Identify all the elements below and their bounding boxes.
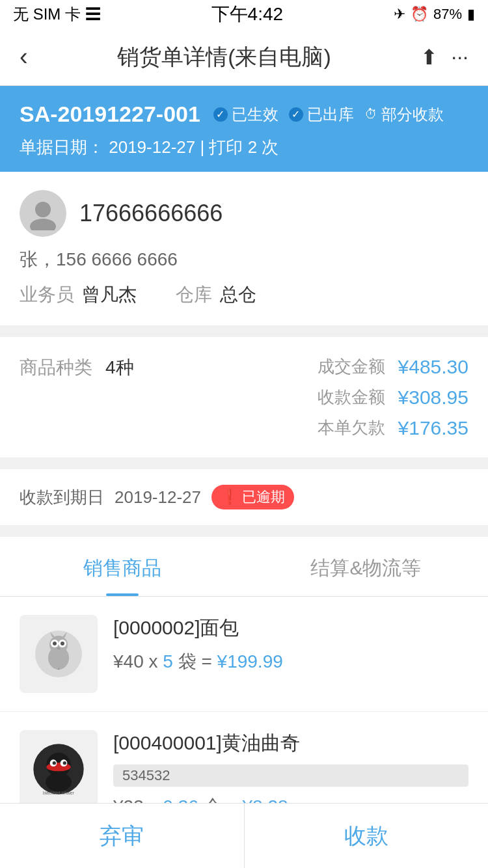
due-section: 收款到期日 2019-12-27 ❗ 已逾期 bbox=[0, 469, 488, 525]
svg-point-18 bbox=[53, 761, 56, 765]
tab-products[interactable]: 销售商品 bbox=[0, 537, 244, 596]
customer-top: 17666666666 bbox=[20, 190, 468, 237]
due-label: 收款到期日 bbox=[20, 486, 104, 509]
sim-text: 无 SIM 卡 ☰ bbox=[13, 4, 101, 25]
divider-1 bbox=[0, 327, 488, 337]
stats-section: 商品种类 4种 成交金额 ¥485.30 收款金额 ¥308.95 本单欠款 ¥… bbox=[0, 337, 488, 457]
customer-name: 张，156 6666 6666 bbox=[20, 247, 468, 272]
product-thumb-1: + bbox=[20, 615, 98, 693]
overdue-icon: ❗ bbox=[221, 489, 238, 506]
svg-point-8 bbox=[61, 642, 64, 645]
date-value: 2019-12-27 bbox=[109, 137, 195, 157]
amount-row: 成交金额 ¥485.30 bbox=[318, 355, 468, 378]
debt-label: 本单欠款 bbox=[318, 416, 385, 439]
debt-row: 本单欠款 ¥176.35 bbox=[318, 416, 468, 439]
header-banner: SA-20191227-001 ✓ 已生效 ✓ 已出库 ⏱ 部分收款 单据日期：… bbox=[0, 86, 488, 172]
total-1: ¥199.99 bbox=[217, 651, 283, 671]
unit-1: 袋 bbox=[178, 651, 197, 671]
overdue-text: 已逾期 bbox=[242, 487, 285, 507]
alarm-icon: ⏰ bbox=[411, 6, 428, 23]
check-icon-1: ✓ bbox=[213, 107, 228, 122]
svg-point-0 bbox=[35, 202, 51, 217]
more-icon[interactable]: ··· bbox=[451, 45, 468, 69]
product-tag-2: 534532 bbox=[113, 765, 468, 787]
collect-button[interactable]: 收款 bbox=[245, 804, 489, 868]
amount-value: ¥485.30 bbox=[398, 356, 468, 378]
svg-point-19 bbox=[63, 761, 66, 765]
sales-label: 业务员 bbox=[20, 282, 74, 307]
order-id: SA-20191227-001 bbox=[20, 102, 200, 127]
time-display: 下午4:42 bbox=[211, 2, 284, 27]
location-icon: ✈ bbox=[394, 6, 405, 23]
qty-1: 5 bbox=[163, 651, 173, 671]
status-right: ✈ ⏰ 87% ▮ bbox=[394, 6, 475, 23]
nav-bar: ‹ 销货单详情(来自电脑) ⬆ ··· bbox=[0, 29, 488, 86]
received-label: 收款金额 bbox=[318, 386, 385, 409]
date-label: 单据日期： bbox=[20, 137, 104, 157]
svg-point-1 bbox=[30, 219, 56, 230]
status-tags: ✓ 已生效 ✓ 已出库 ⏱ 部分收款 bbox=[213, 104, 444, 125]
warehouse-value: 总仓 bbox=[220, 282, 256, 307]
price-text-1: ¥40 bbox=[113, 651, 144, 671]
customer-meta: 业务员 曾凡杰 仓库 总仓 bbox=[20, 282, 468, 307]
stats-left: 商品种类 4种 bbox=[20, 355, 134, 380]
page-title: 销货单详情(来自电脑) bbox=[117, 42, 331, 72]
status-shipped: ✓ 已出库 bbox=[289, 104, 354, 125]
avatar bbox=[20, 190, 66, 237]
product-price-1: ¥40 x 5 袋 = ¥199.99 bbox=[113, 649, 468, 674]
header-row2: 单据日期： 2019-12-27 | 打印 2 次 bbox=[20, 136, 468, 159]
sales-item: 业务员 曾凡杰 bbox=[20, 282, 137, 307]
divider-3 bbox=[0, 526, 488, 537]
received-value: ¥308.95 bbox=[398, 387, 468, 409]
battery-icon: ▮ bbox=[467, 6, 475, 23]
back-button[interactable]: ‹ bbox=[20, 43, 28, 71]
type-value: 4种 bbox=[105, 355, 134, 380]
share-icon[interactable]: ⬆ bbox=[420, 45, 438, 70]
amount-label: 成交金额 bbox=[318, 355, 385, 378]
tabs-section: 销售商品 结算&物流等 bbox=[0, 537, 488, 597]
battery-text: 87% bbox=[433, 6, 462, 23]
product-thumb-2: blackbird whaler bbox=[20, 730, 98, 808]
nav-actions: ⬆ ··· bbox=[420, 45, 468, 70]
warehouse-label: 仓库 bbox=[176, 282, 212, 307]
svg-point-7 bbox=[53, 642, 57, 645]
print-text: | 打印 2 次 bbox=[200, 137, 278, 157]
received-row: 收款金额 ¥308.95 bbox=[318, 386, 468, 409]
divider-2 bbox=[0, 459, 488, 469]
products-section: + [0000002]面包 ¥40 x 5 袋 = ¥199.99 bbox=[0, 597, 488, 838]
customer-section: 17666666666 张，156 6666 6666 业务员 曾凡杰 仓库 总… bbox=[0, 172, 488, 325]
reject-button[interactable]: 弃审 bbox=[0, 804, 245, 868]
due-date: 2019-12-27 bbox=[115, 487, 201, 508]
warehouse-item: 仓库 总仓 bbox=[176, 282, 256, 307]
svg-text:+: + bbox=[57, 666, 61, 672]
status-partial: ⏱ 部分收款 bbox=[364, 104, 444, 125]
stats-right: 成交金额 ¥485.30 收款金额 ¥308.95 本单欠款 ¥176.35 bbox=[318, 355, 468, 439]
type-label: 商品种类 bbox=[20, 355, 92, 380]
customer-phone: 17666666666 bbox=[79, 200, 223, 227]
header-row1: SA-20191227-001 ✓ 已生效 ✓ 已出库 ⏱ 部分收款 bbox=[20, 102, 468, 127]
bottom-bar: 弃审 收款 bbox=[0, 803, 488, 868]
product-sku-2: [000400001]黄油曲奇 bbox=[113, 730, 468, 757]
overdue-badge: ❗ 已逾期 bbox=[211, 485, 294, 509]
product-item-1: + [0000002]面包 ¥40 x 5 袋 = ¥199.99 bbox=[0, 597, 488, 712]
check-icon-2: ✓ bbox=[289, 107, 303, 122]
status-effective: ✓ 已生效 bbox=[213, 104, 278, 125]
status-bar: 无 SIM 卡 ☰ 下午4:42 ✈ ⏰ 87% ▮ bbox=[0, 0, 488, 29]
status-left: 无 SIM 卡 ☰ bbox=[13, 4, 101, 25]
debt-value: ¥176.35 bbox=[398, 417, 468, 439]
clock-icon: ⏱ bbox=[364, 107, 377, 122]
svg-text:blackbird whaler: blackbird whaler bbox=[43, 791, 75, 795]
tab-settlement[interactable]: 结算&物流等 bbox=[244, 537, 488, 596]
svg-point-20 bbox=[46, 772, 72, 791]
sales-value: 曾凡杰 bbox=[82, 282, 137, 307]
product-sku-1: [0000002]面包 bbox=[113, 615, 468, 642]
product-info-1: [0000002]面包 ¥40 x 5 袋 = ¥199.99 bbox=[113, 615, 468, 693]
